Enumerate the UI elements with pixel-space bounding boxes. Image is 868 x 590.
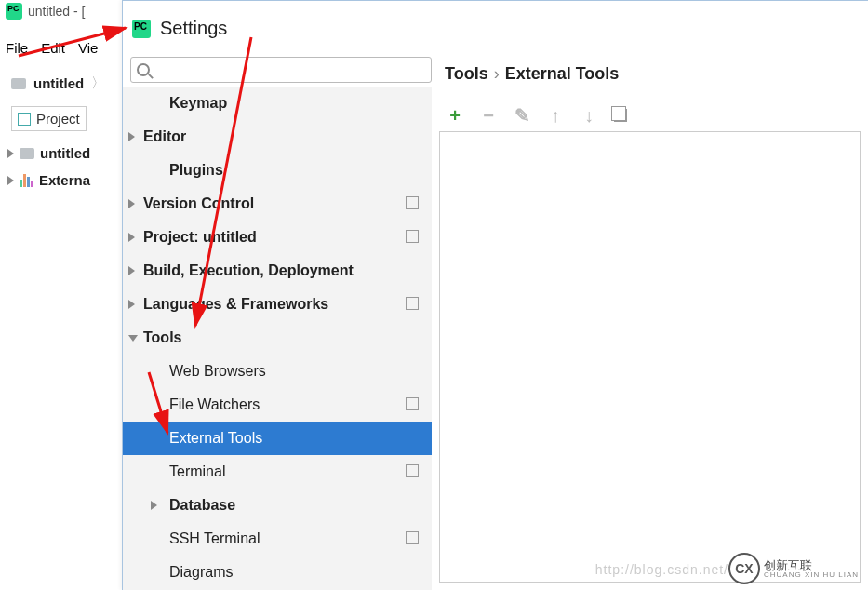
edit-button: ✎ — [514, 107, 530, 124]
sidebar-item-keymap[interactable]: Keymap — [123, 87, 432, 120]
per-project-icon — [407, 198, 419, 209]
sidebar-item-label: Version Control — [143, 195, 254, 212]
search-icon — [137, 63, 150, 76]
chevron-right-icon — [7, 149, 14, 158]
external-tools-list[interactable] — [439, 131, 861, 583]
remove-button: − — [480, 107, 497, 124]
watermark-url: http://blog.csdn.net/ — [595, 562, 728, 577]
project-tab-label: Project — [36, 111, 80, 127]
tree-item-external[interactable]: Externa — [4, 167, 94, 194]
sidebar-item-terminal[interactable]: Terminal — [123, 455, 432, 489]
pycharm-icon — [132, 20, 151, 38]
tree-item-untitled[interactable]: untitled — [4, 140, 94, 167]
sidebar-item-build[interactable]: Build, Execution, Deployment — [123, 254, 432, 288]
sidebar-item-plugins[interactable]: Plugins — [123, 154, 432, 187]
crumb-parent: Tools — [445, 64, 488, 84]
dialog-title-bar: Settings — [132, 18, 227, 39]
sidebar-item-label: File Watchers — [169, 396, 260, 413]
external-tools-toolbar: + − ✎ ↑ ↓ — [439, 101, 634, 129]
sidebar-item-ssh-terminal[interactable]: SSH Terminal — [123, 522, 432, 556]
move-down-button: ↓ — [581, 107, 597, 124]
sidebar-item-version-control[interactable]: Version Control — [123, 187, 432, 221]
search-input[interactable] — [155, 62, 425, 77]
folder-icon — [11, 78, 26, 89]
project-icon — [18, 113, 31, 126]
settings-breadcrumb: Tools › External Tools — [445, 64, 619, 84]
per-project-icon — [407, 399, 419, 410]
add-button[interactable]: + — [447, 107, 463, 124]
sidebar-item-label: External Tools — [169, 430, 262, 447]
watermark-en: CHUANG XIN HU LIAN — [764, 571, 859, 579]
external-libs-icon — [20, 174, 33, 187]
chevron-down-icon — [128, 335, 138, 342]
menu-view[interactable]: Vie — [78, 40, 98, 56]
folder-icon — [20, 148, 34, 159]
project-tool-tab[interactable]: Project — [11, 106, 87, 131]
chevron-right-icon: › — [494, 64, 500, 84]
watermark-logo-icon: CX — [728, 553, 760, 584]
ide-title-text: untitled - [ — [28, 4, 85, 19]
chevron-right-icon — [128, 233, 135, 242]
sidebar-item-project[interactable]: Project: untitled — [123, 221, 432, 254]
move-up-button: ↑ — [547, 107, 564, 124]
sidebar-item-label: Plugins — [169, 162, 223, 179]
pycharm-icon — [6, 3, 22, 20]
menu-file[interactable]: File — [6, 40, 28, 56]
sidebar-item-languages[interactable]: Languages & Frameworks — [123, 288, 432, 321]
chevron-right-icon — [128, 300, 135, 309]
sidebar-item-database[interactable]: Database — [123, 489, 432, 522]
settings-content-panel: Tools › External Tools + − ✎ ↑ ↓ — [432, 53, 868, 590]
crumb-leaf: External Tools — [505, 64, 620, 84]
settings-sidebar[interactable]: Keymap Editor Plugins Version Control Pr… — [123, 87, 432, 590]
sidebar-item-editor[interactable]: Editor — [123, 120, 432, 154]
sidebar-item-label: Database — [169, 497, 235, 514]
sidebar-item-label: Languages & Frameworks — [143, 296, 328, 313]
ide-menu-bar: File Edit Vie — [6, 40, 98, 56]
watermark-cn: 创新互联 — [764, 559, 859, 571]
sidebar-item-label: Terminal — [169, 463, 225, 480]
per-project-icon — [407, 533, 419, 544]
sidebar-item-label: Diagrams — [169, 564, 233, 581]
chevron-right-icon — [128, 199, 135, 208]
sidebar-item-label: Web Browsers — [169, 363, 266, 380]
sidebar-item-label: Tools — [143, 329, 181, 346]
breadcrumb[interactable]: untitled 〉 — [11, 74, 105, 92]
chevron-right-icon — [128, 132, 135, 141]
menu-edit[interactable]: Edit — [41, 40, 65, 56]
chevron-right-icon — [128, 266, 135, 275]
per-project-icon — [407, 466, 419, 477]
breadcrumb-label: untitled — [33, 75, 84, 91]
settings-search[interactable] — [130, 57, 432, 83]
per-project-icon — [407, 232, 419, 243]
sidebar-item-label: SSH Terminal — [169, 530, 260, 547]
chevron-right-icon — [151, 501, 157, 510]
dialog-title-text: Settings — [160, 18, 227, 39]
sidebar-item-file-watchers[interactable]: File Watchers — [123, 388, 432, 422]
copy-button[interactable] — [614, 109, 627, 122]
sidebar-item-tools[interactable]: Tools — [123, 321, 432, 355]
tree-item-label: untitled — [40, 145, 90, 161]
sidebar-item-label: Editor — [143, 128, 186, 145]
settings-dialog: Settings Keymap Editor Plugins Version C… — [122, 0, 868, 590]
sidebar-item-web-browsers[interactable]: Web Browsers — [123, 355, 432, 388]
chevron-right-icon — [7, 176, 14, 185]
sidebar-item-diagrams[interactable]: Diagrams — [123, 556, 432, 589]
ide-window-title: untitled - [ — [6, 3, 85, 20]
sidebar-item-label: Project: untitled — [143, 229, 257, 246]
tree-item-label: Externa — [39, 172, 90, 188]
sidebar-item-label: Build, Execution, Deployment — [143, 262, 354, 279]
sidebar-item-label: Keymap — [169, 95, 227, 112]
per-project-icon — [407, 299, 419, 310]
project-tree: untitled Externa — [4, 140, 94, 194]
watermark-logo: CX 创新互联 CHUANG XIN HU LIAN — [728, 553, 859, 584]
sidebar-item-external-tools[interactable]: External Tools — [123, 422, 432, 455]
